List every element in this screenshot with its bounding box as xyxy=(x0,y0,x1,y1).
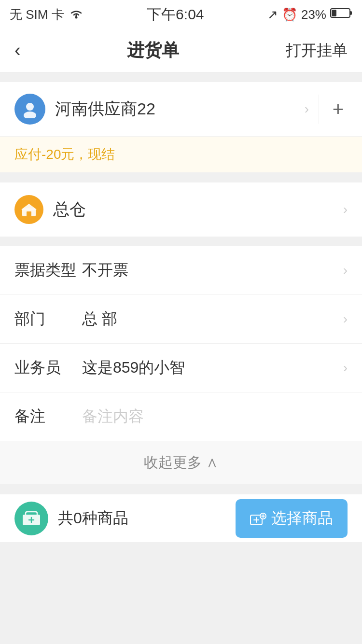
svg-rect-2 xyxy=(350,11,352,15)
notice-bar: 应付-20元，现结 xyxy=(0,137,362,173)
section-gap-2 xyxy=(0,173,362,182)
invoice-type-value: 不开票 xyxy=(82,260,343,281)
carrier-label: 无 SIM 卡 xyxy=(10,6,64,23)
add-button[interactable]: + xyxy=(319,95,348,124)
section-gap-1 xyxy=(0,72,362,82)
svg-marker-7 xyxy=(21,204,37,210)
wifi-icon xyxy=(69,7,84,22)
svg-point-5 xyxy=(24,112,36,118)
alarm-icon: ⏰ xyxy=(282,7,297,22)
salesperson-label: 业务员 xyxy=(14,357,82,378)
department-row[interactable]: 部门 总 部 › xyxy=(0,294,362,343)
status-right: ↗ ⏰ 23% xyxy=(267,7,352,22)
notice-text: 应付-20元，现结 xyxy=(14,147,115,162)
collapse-button[interactable]: 收起更多 ∧ xyxy=(0,441,362,484)
invoice-type-row[interactable]: 票据类型 不开票 › xyxy=(0,246,362,294)
open-pending-button[interactable]: 打开挂单 xyxy=(286,40,348,61)
section-gap-4 xyxy=(0,484,362,494)
select-product-label: 选择商品 xyxy=(271,508,333,529)
salesperson-row[interactable]: 业务员 这是859的小智 › xyxy=(0,343,362,392)
warehouse-row[interactable]: 总仓 › xyxy=(0,182,362,237)
collapse-label: 收起更多 ∧ xyxy=(144,454,218,470)
salesperson-chevron-icon: › xyxy=(343,360,348,376)
warehouse-icon xyxy=(14,195,43,224)
battery-label: 23% xyxy=(301,7,326,22)
invoice-type-label: 票据类型 xyxy=(14,260,82,281)
battery-icon xyxy=(330,7,352,22)
form-card: 票据类型 不开票 › 部门 总 部 › 业务员 这是859的小智 › 备注 备注… xyxy=(0,246,362,484)
svg-rect-3 xyxy=(332,10,336,16)
supplier-avatar xyxy=(14,94,45,125)
department-chevron-icon: › xyxy=(343,311,348,327)
select-product-icon xyxy=(250,509,266,527)
page-title: 进货单 xyxy=(127,39,179,62)
remark-placeholder[interactable]: 备注内容 xyxy=(82,406,348,427)
invoice-type-chevron-icon: › xyxy=(343,263,348,278)
warehouse-name: 总仓 xyxy=(53,198,343,221)
status-bar: 无 SIM 卡 下午6:04 ↗ ⏰ 23% xyxy=(0,0,362,29)
bottom-bar: 共0种商品 选择商品 xyxy=(0,494,362,542)
page-background xyxy=(0,542,362,644)
status-left: 无 SIM 卡 xyxy=(10,6,84,23)
remark-label: 备注 xyxy=(14,406,82,427)
warehouse-card[interactable]: 总仓 › xyxy=(0,182,362,237)
nav-bar: ‹ 进货单 打开挂单 xyxy=(0,29,362,72)
supplier-chevron-icon: › xyxy=(305,101,309,117)
warehouse-chevron-icon: › xyxy=(343,202,348,217)
remark-row[interactable]: 备注 备注内容 xyxy=(0,392,362,441)
product-icon xyxy=(14,502,48,535)
svg-point-4 xyxy=(26,103,34,111)
supplier-card: 河南供应商22 › + 应付-20元，现结 xyxy=(0,82,362,173)
department-label: 部门 xyxy=(14,308,82,330)
supplier-row[interactable]: 河南供应商22 › + xyxy=(0,82,362,137)
status-time: 下午6:04 xyxy=(147,5,204,25)
select-product-button[interactable]: 选择商品 xyxy=(236,499,348,538)
back-button[interactable]: ‹ xyxy=(14,40,21,61)
department-value: 总 部 xyxy=(82,308,343,330)
svg-point-0 xyxy=(75,16,77,18)
location-icon: ↗ xyxy=(267,7,278,22)
salesperson-value: 这是859的小智 xyxy=(82,357,343,378)
supplier-name: 河南供应商22 xyxy=(55,98,305,120)
section-gap-3 xyxy=(0,237,362,246)
svg-rect-8 xyxy=(27,211,31,216)
product-count-label: 共0种商品 xyxy=(58,508,236,529)
